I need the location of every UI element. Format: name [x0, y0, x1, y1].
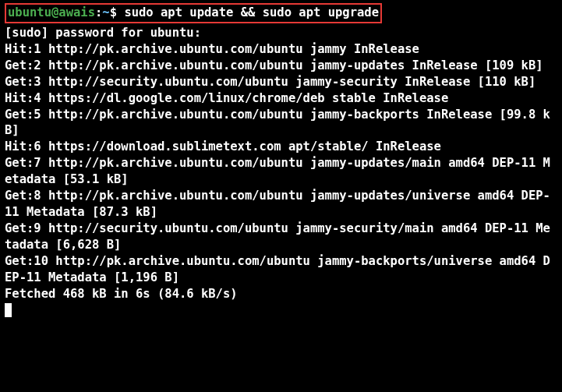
cursor	[5, 303, 12, 317]
prompt-path: ~	[102, 5, 109, 19]
output-line: Get:3 http://security.ubuntu.com/ubuntu …	[5, 74, 557, 90]
terminal[interactable]: ubuntu@awais:~$ sudo apt update && sudo …	[5, 3, 557, 319]
terminal-output: [sudo] password for ubuntu:Hit:1 http://…	[5, 25, 557, 302]
output-line: [sudo] password for ubuntu:	[5, 25, 557, 41]
prompt-at: @	[51, 5, 58, 19]
output-line: Hit:6 https://download.sublimetext.com a…	[5, 139, 557, 155]
output-line: Get:7 http://pk.archive.ubuntu.com/ubunt…	[5, 155, 557, 188]
output-line: Get:2 http://pk.archive.ubuntu.com/ubunt…	[5, 58, 557, 74]
prompt-line: ubuntu@awais:~$ sudo apt update && sudo …	[5, 3, 382, 23]
command-text: sudo apt update && sudo apt upgrade	[124, 5, 379, 19]
prompt-user: ubuntu	[8, 5, 51, 19]
prompt-host: awais	[58, 5, 95, 19]
output-line: Get:5 http://pk.archive.ubuntu.com/ubunt…	[5, 107, 557, 139]
prompt-colon: :	[95, 5, 102, 19]
output-line: Get:9 http://security.ubuntu.com/ubuntu …	[5, 221, 557, 253]
prompt-dollar: $	[110, 5, 125, 19]
output-line: Get:10 http://pk.archive.ubuntu.com/ubun…	[5, 253, 557, 286]
output-line: Get:8 http://pk.archive.ubuntu.com/ubunt…	[5, 188, 557, 221]
output-line: Hit:1 http://pk.archive.ubuntu.com/ubunt…	[5, 41, 557, 58]
output-line: Hit:4 https://dl.google.com/linux/chrome…	[5, 90, 557, 107]
output-line: Fetched 468 kB in 6s (84.6 kB/s)	[5, 286, 557, 302]
